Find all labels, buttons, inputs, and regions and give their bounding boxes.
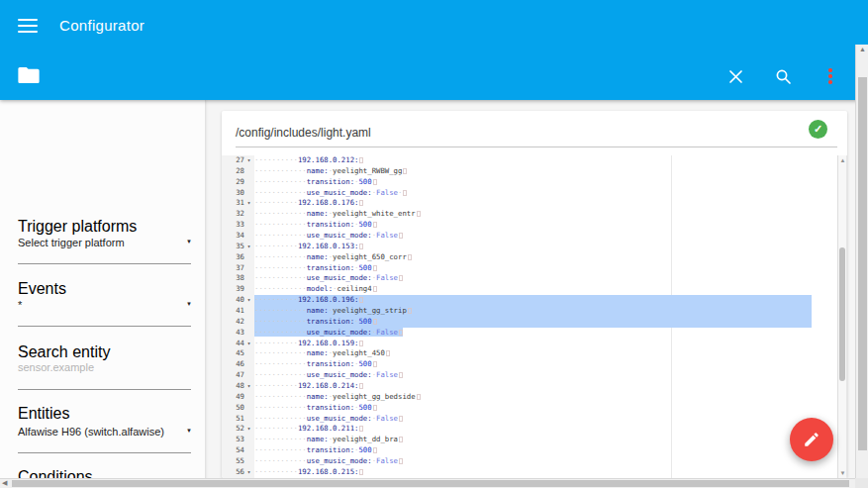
invisible-eol-marker (373, 319, 377, 325)
line-number[interactable]: 50 (222, 403, 254, 414)
folder-icon[interactable] (18, 66, 40, 84)
line-number[interactable]: 36 (222, 252, 254, 263)
code-line[interactable]: ··········192.168.0.211: (254, 424, 815, 435)
line-number[interactable]: 43 (222, 328, 254, 339)
code-line[interactable]: ············name:·yeelight_gg_strip (254, 306, 815, 317)
code-line[interactable]: ············model:·ceiling4 (254, 284, 815, 295)
code-line[interactable]: ············transition:·500 (254, 317, 815, 328)
scroll-up-icon[interactable]: ▲ (838, 157, 847, 163)
fold-arrow-icon[interactable]: ▾ (244, 381, 253, 392)
invisible-eol-marker (403, 168, 407, 174)
code-text: ··········192.168.0.159: (254, 339, 363, 347)
line-number[interactable]: 45 (222, 348, 254, 359)
code-line[interactable]: ············use_music_mode:·False (254, 370, 815, 381)
overflow-menu-icon[interactable] (820, 66, 840, 86)
chevron-down-icon: ▼ (186, 428, 192, 434)
editor-card: /config/includes/light.yaml ✓ 27▾2829303… (222, 111, 847, 478)
page-vertical-scrollbar[interactable]: ▲ ▼ (855, 45, 868, 488)
line-number[interactable]: 32 (222, 209, 254, 220)
code-line[interactable]: ············transition:·500 (254, 220, 815, 231)
file-path-input[interactable]: /config/includes/light.yaml (236, 126, 371, 140)
line-number[interactable]: 56▾ (222, 467, 254, 478)
code-line[interactable]: ··········192.168.0.176: (254, 198, 815, 209)
line-number[interactable]: 30 (222, 188, 254, 199)
code-area[interactable]: ··········192.168.0.212:············name… (254, 155, 815, 478)
trigger-platform-select[interactable]: Select trigger platform ▼ (18, 237, 192, 248)
scroll-down-icon[interactable]: ▼ (838, 470, 847, 476)
line-number[interactable]: 52▾ (222, 424, 254, 435)
events-select[interactable]: * ▼ (18, 299, 192, 311)
line-number[interactable]: 55 (222, 456, 254, 467)
code-line[interactable]: ············name:·yeelight_white_entr (254, 209, 815, 220)
fold-arrow-icon[interactable]: ▾ (244, 242, 253, 252)
entities-select[interactable]: Alfawise H96 (switch.alfawise) ▼ (18, 426, 192, 438)
code-line[interactable]: ··········192.168.0.153: (254, 242, 815, 252)
page-horizontal-scrollbar[interactable]: ◀ (0, 478, 855, 488)
fold-arrow-icon[interactable]: ▾ (244, 424, 253, 435)
code-line[interactable]: ············use_music_mode:·False (254, 273, 815, 284)
line-number[interactable]: 53 (222, 435, 254, 445)
code-line[interactable]: ············use_music_mode:·False (254, 231, 815, 242)
page-vertical-scrollbar-thumb[interactable] (858, 77, 867, 450)
line-number[interactable]: 27▾ (222, 155, 254, 166)
fold-arrow-icon[interactable]: ▾ (244, 339, 253, 349)
code-line[interactable]: ············transition:·500 (254, 359, 815, 370)
code-line[interactable]: ············use_music_mode:·False· (254, 188, 815, 199)
close-icon[interactable] (725, 66, 745, 86)
editor-scrollbar[interactable]: ▲ ▼ (837, 155, 847, 478)
line-number[interactable]: 47 (222, 370, 254, 381)
line-number[interactable]: 46 (222, 359, 254, 370)
code-text: ············model:·ceiling4 (254, 284, 377, 293)
line-number[interactable]: 49 (222, 392, 254, 403)
search-icon[interactable] (773, 66, 793, 86)
code-line[interactable]: ············name:·yeelight_450 (254, 348, 815, 359)
line-number[interactable]: 28 (222, 166, 254, 177)
code-editor[interactable]: 27▾28293031▾32333435▾3637383940▾41424344… (222, 155, 847, 478)
scroll-up-icon[interactable]: ▲ (859, 46, 866, 52)
line-number[interactable]: 51 (222, 414, 254, 425)
code-line[interactable]: ··········192.168.0.196: (254, 295, 815, 306)
line-number[interactable]: 40▾ (222, 295, 254, 306)
code-line[interactable]: ··········192.168.0.212: (254, 155, 815, 166)
line-number[interactable]: 37 (222, 263, 254, 274)
editor-scrollbar-thumb[interactable] (839, 247, 845, 381)
search-entity-input[interactable] (18, 361, 192, 373)
line-number[interactable]: 31▾ (222, 198, 254, 209)
code-line[interactable]: ············use_music_mode:·False (254, 414, 815, 425)
line-number[interactable]: 54 (222, 445, 254, 456)
code-line[interactable]: ············use_music_mode:·False (254, 456, 815, 467)
code-line[interactable]: ············transition:·500 (254, 445, 815, 456)
code-line[interactable]: ············name:·yeelight_650_corr (254, 252, 815, 263)
code-line[interactable]: ············transition:·500 (254, 403, 815, 414)
page-horizontal-scrollbar-thumb[interactable] (12, 480, 849, 487)
line-number[interactable]: 29 (222, 177, 254, 188)
line-number[interactable]: 42 (222, 317, 254, 328)
line-number[interactable]: 33 (222, 220, 254, 231)
code-line[interactable]: ··········192.168.0.159: (254, 339, 815, 349)
line-number[interactable]: 48▾ (222, 381, 254, 392)
code-line[interactable]: ············transition:·500 (254, 263, 815, 274)
code-line[interactable]: ············name:·yeelight_dd_bra (254, 435, 815, 445)
saved-check-icon: ✓ (809, 120, 827, 139)
fold-arrow-icon[interactable]: ▾ (244, 295, 253, 306)
fold-arrow-icon[interactable]: ▾ (244, 467, 253, 478)
code-line[interactable]: ············name:·yeelight_gg_bedside (254, 392, 815, 403)
line-number[interactable]: 35▾ (222, 242, 254, 252)
line-number[interactable]: 38 (222, 273, 254, 284)
code-line[interactable]: ············transition:·500 (254, 177, 815, 188)
fold-arrow-icon[interactable]: ▾ (244, 155, 253, 166)
hamburger-menu-icon[interactable] (18, 19, 38, 33)
code-line[interactable]: ··········192.168.0.214: (254, 381, 815, 392)
code-line[interactable]: ············use_music_mode:·False (254, 328, 815, 339)
line-number[interactable]: 41 (222, 306, 254, 317)
fold-arrow-icon[interactable]: ▾ (244, 198, 253, 209)
line-number[interactable]: 34 (222, 231, 254, 242)
line-number[interactable]: 39 (222, 284, 254, 295)
scroll-left-icon[interactable]: ◀ (2, 479, 7, 487)
line-number-gutter[interactable]: 27▾28293031▾32333435▾3637383940▾41424344… (222, 155, 254, 478)
code-line[interactable]: ··········192.168.0.215: (254, 467, 815, 478)
code-text: ············name:·yeelight_white_entr (254, 209, 421, 218)
line-number[interactable]: 44▾ (222, 339, 254, 349)
edit-fab-button[interactable] (790, 418, 833, 461)
code-line[interactable]: ············name:·yeelight_RWBW_gg (254, 166, 815, 177)
